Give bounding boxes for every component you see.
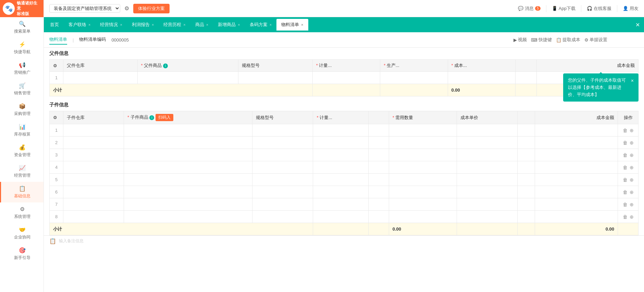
parent-row-1-cost[interactable]: [448, 72, 515, 84]
child-row-8-amount[interactable]: [535, 211, 618, 223]
tab-customer-close[interactable]: ×: [88, 23, 90, 27]
tab-operations-close[interactable]: ×: [120, 23, 122, 27]
tab-history-close[interactable]: ×: [183, 23, 185, 27]
child-row-5-delete-icon[interactable]: 🗑: [623, 177, 628, 183]
child-row-8-unit-cost[interactable]: [457, 211, 517, 223]
child-row-5-amount[interactable]: [535, 174, 618, 186]
nav-prev-button[interactable]: ‹: [611, 36, 617, 44]
child-row-6-unit-cost[interactable]: [457, 186, 517, 198]
sidebar-item-finance[interactable]: 💰 资金管理: [0, 141, 44, 161]
child-row-1-delete-icon[interactable]: 🗑: [623, 128, 628, 133]
extract-cost-action[interactable]: 📋 提取成本: [556, 37, 580, 43]
sidebar-item-collab[interactable]: 🤝 企业协同: [0, 223, 44, 244]
child-row-1-goods[interactable]: [124, 124, 252, 137]
child-row-2-unit[interactable]: [313, 137, 368, 149]
child-row-8-delete-icon[interactable]: 🗑: [623, 214, 628, 220]
app-download-button[interactable]: 📱 App下载: [552, 5, 575, 12]
child-row-4-warehouse[interactable]: [63, 161, 124, 174]
child-row-2-delete-icon[interactable]: 🗑: [623, 140, 628, 145]
child-row-3-copy-icon[interactable]: ⊕: [630, 152, 634, 158]
child-row-7-qty[interactable]: [389, 198, 457, 211]
settings-gear-icon[interactable]: ⚙: [124, 5, 129, 12]
sidebar-item-purchase[interactable]: 📦 采购管理: [0, 100, 44, 120]
child-row-6-warehouse[interactable]: [63, 186, 124, 198]
close-all-tabs-icon[interactable]: ✕: [633, 20, 643, 30]
child-row-1-copy-icon[interactable]: ⊕: [630, 128, 634, 133]
tab-new-goods[interactable]: 新增商品 ×: [213, 19, 245, 31]
parent-row-1-goods[interactable]: [137, 72, 238, 84]
child-row-7-delete-icon[interactable]: 🗑: [623, 202, 628, 207]
child-row-6-amount[interactable]: [535, 186, 618, 198]
child-row-1-qty[interactable]: [389, 124, 457, 137]
parent-goods-info-icon[interactable]: i: [163, 63, 168, 68]
tab-bom-close[interactable]: ×: [301, 23, 303, 27]
child-row-3-goods[interactable]: [124, 149, 252, 161]
sidebar-item-basic[interactable]: 📋 基础信息: [0, 182, 44, 202]
child-row-1-warehouse[interactable]: [63, 124, 124, 137]
tab-bom[interactable]: 物料清单 ×: [276, 19, 308, 31]
child-goods-info-icon[interactable]: i: [149, 115, 154, 120]
parent-row-1-spec[interactable]: [238, 72, 313, 84]
child-row-7-spec[interactable]: [252, 198, 313, 211]
child-row-4-goods[interactable]: [124, 161, 252, 174]
shortcut-action[interactable]: ⌨ 快捷键: [531, 37, 552, 43]
child-row-8-unit[interactable]: [313, 211, 368, 223]
sidebar-item-nav[interactable]: ⚡ 快捷导航: [0, 38, 44, 58]
sub-tab-bom-code[interactable]: 物料清单编码: [79, 35, 106, 45]
child-row-6-delete-icon[interactable]: 🗑: [623, 189, 628, 195]
child-row-7-unit-cost[interactable]: [457, 198, 517, 211]
child-row-5-unit[interactable]: [313, 174, 368, 186]
child-row-4-amount[interactable]: [535, 161, 618, 174]
tab-home[interactable]: 首页: [45, 19, 64, 31]
child-row-3-qty[interactable]: [389, 149, 457, 161]
system-selector[interactable]: 装备及固定资产辅助管理系统: [49, 4, 120, 13]
child-row-5-warehouse[interactable]: [63, 174, 124, 186]
child-row-6-goods[interactable]: [124, 186, 252, 198]
tab-barcode-close[interactable]: ×: [270, 23, 272, 27]
doc-settings-action[interactable]: ⚙ 单据设置: [584, 37, 607, 43]
child-row-2-warehouse[interactable]: [63, 137, 124, 149]
child-row-3-amount[interactable]: [535, 149, 618, 161]
settings-small-icon[interactable]: ⚙: [53, 63, 57, 68]
child-row-3-delete-icon[interactable]: 🗑: [623, 152, 628, 158]
nav-menu-button[interactable]: ☰: [631, 36, 639, 44]
notice-text[interactable]: 输入备注信息: [59, 238, 84, 244]
tab-new-goods-close[interactable]: ×: [238, 23, 240, 27]
tab-history[interactable]: 经营历程 ×: [159, 19, 190, 31]
child-row-5-qty[interactable]: [389, 174, 457, 186]
sidebar-item-sales[interactable]: 🛒 销售管理: [0, 79, 44, 100]
video-action[interactable]: ▶ 视频: [513, 37, 527, 43]
child-row-5-goods[interactable]: [124, 174, 252, 186]
sidebar-item-search[interactable]: 🔍 搜索菜单: [0, 17, 44, 38]
sidebar-item-marketing[interactable]: 📢 营销推广: [0, 58, 44, 79]
child-row-8-qty[interactable]: [389, 211, 457, 223]
experience-button[interactable]: 体验行业方案: [133, 4, 170, 13]
child-row-1-unit-cost[interactable]: [457, 124, 517, 137]
user-menu[interactable]: 👤 用友: [623, 5, 639, 12]
child-row-2-amount[interactable]: [535, 137, 618, 149]
parent-row-1-produce[interactable]: [380, 72, 448, 84]
message-button[interactable]: 💬 消息 5: [518, 5, 541, 12]
child-row-2-unit-cost[interactable]: [457, 137, 517, 149]
child-row-7-copy-icon[interactable]: ⊕: [630, 202, 634, 207]
child-row-4-unit[interactable]: [313, 161, 368, 174]
child-row-3-warehouse[interactable]: [63, 149, 124, 161]
child-row-1-spec[interactable]: [252, 124, 313, 137]
sidebar-item-guide[interactable]: 🎯 新手引导: [0, 244, 44, 264]
sidebar-item-inventory[interactable]: 📊 库存核算: [0, 120, 44, 141]
child-row-5-spec[interactable]: [252, 174, 313, 186]
child-settings-icon[interactable]: ⚙: [53, 115, 57, 120]
tab-profit[interactable]: 利润报告 ×: [127, 19, 159, 31]
child-row-4-spec[interactable]: [252, 161, 313, 174]
child-row-3-unit-cost[interactable]: [457, 149, 517, 161]
sidebar-item-system[interactable]: ⚙ 系统管理: [0, 202, 44, 223]
child-row-5-unit-cost[interactable]: [457, 174, 517, 186]
child-row-6-qty[interactable]: [389, 186, 457, 198]
child-row-4-unit-cost[interactable]: [457, 161, 517, 174]
child-row-6-spec[interactable]: [252, 186, 313, 198]
scan-button[interactable]: 扫码入: [156, 114, 173, 121]
child-row-1-amount[interactable]: [535, 124, 618, 137]
tab-goods-close[interactable]: ×: [206, 23, 208, 27]
child-row-7-amount[interactable]: [535, 198, 618, 211]
child-row-2-spec[interactable]: [252, 137, 313, 149]
